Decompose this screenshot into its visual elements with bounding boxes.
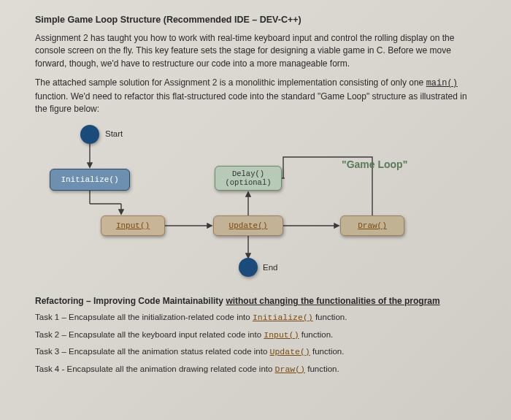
delay-box: Delay() (optional) <box>215 166 282 191</box>
t3-pre: Task 3 – Encapsulate all the animation s… <box>35 347 270 356</box>
para2-main-fn: main() <box>426 78 458 88</box>
t4-post: function. <box>305 364 339 373</box>
para2-post: function. We'd need to refactor this fla… <box>35 91 467 114</box>
draw-box: Draw() <box>340 215 404 236</box>
paragraph-1: Assignment 2 has taught you how to work … <box>35 32 476 70</box>
initialize-box: Initialize() <box>50 169 130 191</box>
update-text: Update() <box>229 221 268 230</box>
t2-fn: Input() <box>264 330 299 340</box>
t2-pre: Task 2 – Encapsulate all the keyboard in… <box>35 330 264 339</box>
start-node <box>80 125 99 144</box>
draw-text: Draw() <box>358 221 387 230</box>
task-1: Task 1 – Encapsulate all the initializat… <box>35 310 476 324</box>
input-box: Input() <box>101 215 165 236</box>
start-label: Start <box>105 129 123 138</box>
t2-post: function. <box>299 330 334 339</box>
t4-pre: Task 4 - Encapsulate all the animation d… <box>35 364 275 373</box>
t1-post: function. <box>313 313 347 321</box>
t1-pre: Task 1 – Encapsulate all the initializat… <box>35 313 253 321</box>
t4-fn: Draw() <box>275 364 305 374</box>
end-label: End <box>263 263 277 272</box>
t1-fn: Initialize() <box>253 313 313 322</box>
refactor-underline: without changing the functionalities of … <box>226 296 439 306</box>
task-2: Task 2 – Encapsulate all the keyboard in… <box>35 328 476 342</box>
refactor-pre: Refactoring – Improving Code Maintainabi… <box>35 296 226 306</box>
input-text: Input() <box>116 221 150 230</box>
gameloop-figure: Start "Game Loop" Initialize() Delay() (… <box>35 122 476 290</box>
gameloop-label: "Game Loop" <box>342 159 407 170</box>
refactoring-heading: Refactoring – Improving Code Maintainabi… <box>35 296 476 306</box>
task-4: Task 4 - Encapsulate all the animation d… <box>35 362 476 376</box>
doc-title: Simple Game Loop Structure (Recommended … <box>35 15 476 25</box>
t3-post: function. <box>310 347 345 356</box>
update-box: Update() <box>213 215 283 236</box>
t3-fn: Update() <box>270 347 310 356</box>
end-node <box>239 258 258 277</box>
para2-pre: The attached sample solution for Assignm… <box>35 77 426 88</box>
paragraph-2: The attached sample solution for Assignm… <box>35 77 476 115</box>
task-3: Task 3 – Encapsulate all the animation s… <box>35 345 476 359</box>
